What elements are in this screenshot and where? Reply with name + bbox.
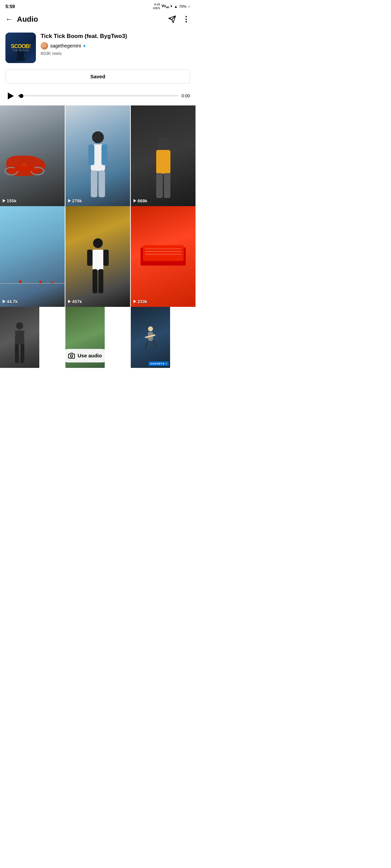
video-thumbnail-4 <box>0 206 65 307</box>
video-cell-9[interactable]: GADGETS T <box>131 307 170 368</box>
watermark-badge: GADGETS T <box>148 361 169 366</box>
video-cell-5[interactable]: 457k <box>65 206 130 307</box>
video-play-count-5: 457k <box>68 299 82 304</box>
svg-point-21 <box>51 281 53 283</box>
video-play-count-6: 233k <box>133 299 147 304</box>
video-grid-row3-container: Use audio GADGETS T <box>0 307 196 368</box>
svg-point-33 <box>16 322 23 329</box>
svg-rect-27 <box>98 269 103 294</box>
video-thumbnail-9 <box>131 307 170 368</box>
video-cell-3[interactable]: 669k <box>131 105 196 206</box>
play-count-icon-4 <box>3 300 5 303</box>
audio-info-section: SCOOB! THE ALBUM Tick Tick Boom (feat. B… <box>0 27 196 67</box>
watermark-text2: T <box>165 362 167 365</box>
svg-rect-11 <box>88 144 94 165</box>
status-bar: 5:59 8.49KB/S VoWi ▾ ▲ 70% ○ <box>0 0 196 12</box>
page-title: Audio <box>17 15 38 24</box>
saved-button[interactable]: Saved <box>5 69 190 84</box>
video-cell-1[interactable]: 155k <box>0 105 65 206</box>
svg-rect-29 <box>143 245 183 261</box>
svg-rect-17 <box>156 173 162 198</box>
battery-icon: ○ <box>188 4 190 8</box>
wifi-icon: ▾ <box>170 4 172 8</box>
svg-rect-23 <box>92 250 103 270</box>
svg-rect-13 <box>90 171 97 197</box>
back-button[interactable]: ← <box>5 15 13 24</box>
more-options-button[interactable]: ⋮ <box>182 15 190 24</box>
svg-rect-37 <box>15 344 19 363</box>
time-display: 0:00 <box>182 93 190 98</box>
video-cell-2[interactable]: 279k <box>65 105 130 206</box>
person-shape-2 <box>80 125 116 206</box>
battery-level: 70% <box>179 4 186 8</box>
audio-page-header: ← Audio ⋮ <box>0 12 196 27</box>
album-art: SCOOB! THE ALBUM <box>5 33 36 63</box>
svg-point-9 <box>92 131 104 143</box>
svg-point-22 <box>93 238 103 248</box>
svg-rect-12 <box>101 144 107 165</box>
svg-line-43 <box>145 340 148 348</box>
send-icon[interactable] <box>168 15 176 23</box>
svg-rect-34 <box>15 331 24 345</box>
video-cell-6[interactable]: 233k <box>131 206 196 307</box>
status-time: 5:59 <box>5 4 15 9</box>
artist-avatar <box>41 42 48 50</box>
audio-player: 0:00 <box>0 88 196 105</box>
saved-button-container: Saved <box>0 67 196 88</box>
video-grid-row2: 44.7k 457k <box>0 206 196 307</box>
vowifi-icon: VoWi <box>161 4 169 9</box>
play-count-icon-6 <box>133 300 136 303</box>
watermark-text: GADGETS <box>150 362 165 365</box>
motorcycle-shape <box>3 156 45 181</box>
scooby-silhouette <box>14 50 27 61</box>
video-thumbnail-2 <box>65 105 130 206</box>
watermark-container: GADGETS T <box>148 361 169 366</box>
svg-point-40 <box>148 326 153 331</box>
camera-icon <box>68 352 75 359</box>
svg-rect-35 <box>10 333 15 336</box>
album-title-text: SCOOB! <box>11 44 30 49</box>
video-thumbnail-1 <box>0 105 65 206</box>
play-count-icon-1 <box>3 199 5 202</box>
runner-shape <box>143 322 158 356</box>
audio-details: Tick Tick Boom (feat. BygTwo3) sagethege… <box>41 33 190 56</box>
svg-rect-18 <box>164 173 170 198</box>
svg-point-8 <box>22 163 26 167</box>
video-cell-7[interactable] <box>0 307 39 368</box>
audio-title: Tick Tick Boom (feat. BygTwo3) <box>41 33 190 40</box>
video-play-count-1: 155k <box>3 198 17 203</box>
artist-row: sagethegemini ● <box>41 42 190 50</box>
use-audio-button[interactable]: Use audio <box>65 349 105 362</box>
book-shape <box>141 236 186 277</box>
svg-line-42 <box>146 335 155 337</box>
person-shape-5 <box>82 228 114 307</box>
svg-rect-38 <box>20 344 24 363</box>
svg-point-5 <box>18 54 23 59</box>
play-count-icon-3 <box>133 199 136 202</box>
video-play-count-2: 279k <box>68 198 82 203</box>
play-triangle-icon <box>8 93 14 99</box>
video-cell-8[interactable]: Use audio <box>65 307 105 368</box>
use-audio-label: Use audio <box>78 353 102 358</box>
svg-line-44 <box>153 340 156 347</box>
video-play-count-4: 44.7k <box>3 299 18 304</box>
network-speed: 8.49KB/S <box>153 3 160 10</box>
artist-name[interactable]: sagethegemini <box>50 43 81 48</box>
video-play-count-3: 669k <box>133 198 147 203</box>
svg-rect-24 <box>87 250 92 266</box>
progress-bar[interactable] <box>18 95 178 96</box>
play-button[interactable] <box>5 91 15 101</box>
svg-rect-25 <box>103 250 108 266</box>
verified-icon: ● <box>83 43 86 48</box>
play-count-icon-5 <box>68 300 71 303</box>
svg-rect-26 <box>92 269 97 294</box>
video-thumbnail-3 <box>131 105 196 206</box>
video-cell-4[interactable]: 44.7k <box>0 206 65 307</box>
person-shape-3 <box>145 131 181 206</box>
svg-point-19 <box>19 280 22 283</box>
svg-rect-14 <box>98 171 105 197</box>
reels-count: 603K reels <box>41 51 190 56</box>
header-left: ← Audio <box>5 15 38 24</box>
person-weights <box>8 319 31 368</box>
status-right: 8.49KB/S VoWi ▾ ▲ 70% ○ <box>153 3 190 10</box>
